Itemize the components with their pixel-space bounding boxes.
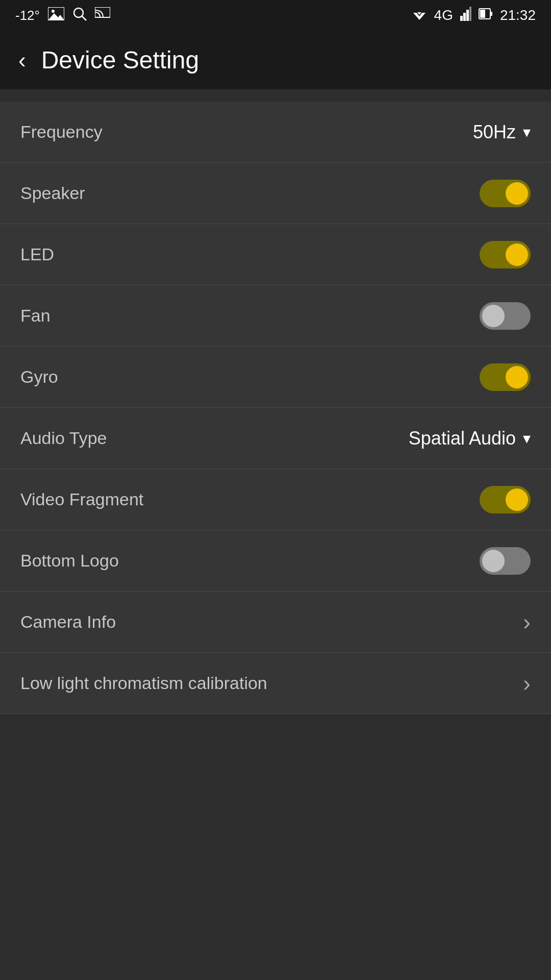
toggle-speaker[interactable] bbox=[480, 180, 531, 207]
toggle-knob-video-fragment bbox=[506, 488, 528, 511]
wifi-icon bbox=[412, 7, 427, 23]
toggle-knob-fan bbox=[482, 305, 505, 327]
toggle-knob-speaker bbox=[506, 182, 528, 205]
svg-rect-10 bbox=[463, 13, 466, 21]
back-button[interactable]: ‹ bbox=[18, 49, 26, 71]
setting-row-fan: Fan bbox=[0, 285, 551, 347]
setting-row-led: LED bbox=[0, 224, 551, 285]
label-gyro: Gyro bbox=[20, 367, 58, 387]
label-low-light: Low light chromatism calibration bbox=[20, 673, 267, 693]
label-video-fragment: Video Fragment bbox=[20, 489, 143, 509]
app-bar: ‹ Device Setting bbox=[0, 31, 551, 89]
chevron-right-icon-low-light: › bbox=[523, 671, 531, 696]
svg-marker-2 bbox=[48, 13, 64, 20]
page-title: Device Setting bbox=[41, 46, 199, 74]
chevron-right-icon-camera-info: › bbox=[523, 609, 531, 635]
svg-line-4 bbox=[82, 16, 86, 20]
setting-row-speaker: Speaker bbox=[0, 163, 551, 224]
status-left: -12° bbox=[15, 7, 110, 24]
setting-row-audio-type: Audio TypeSpatial Audio▾ bbox=[0, 408, 551, 469]
toggle-fan[interactable] bbox=[480, 302, 531, 330]
label-frequency: Frequency bbox=[20, 122, 103, 142]
svg-rect-15 bbox=[480, 10, 485, 18]
dropdown-frequency[interactable]: 50Hz▾ bbox=[473, 121, 531, 143]
svg-point-3 bbox=[74, 8, 83, 17]
chevron-down-icon-audio-type: ▾ bbox=[523, 429, 531, 447]
setting-row-video-fragment: Video Fragment bbox=[0, 469, 551, 530]
toggle-knob-led bbox=[506, 243, 528, 266]
status-bar: -12° bbox=[0, 0, 551, 31]
label-fan: Fan bbox=[20, 306, 51, 326]
toggle-gyro[interactable] bbox=[480, 363, 531, 391]
setting-row-low-light[interactable]: Low light chromatism calibration› bbox=[0, 653, 551, 714]
status-right: 4G 21:32 bbox=[412, 7, 536, 24]
label-bottom-logo: Bottom Logo bbox=[20, 551, 119, 571]
chevron-down-icon-frequency: ▾ bbox=[523, 123, 531, 141]
gallery-icon bbox=[48, 7, 64, 24]
svg-rect-12 bbox=[469, 7, 471, 21]
toggle-led[interactable] bbox=[480, 241, 531, 268]
time-text: 21:32 bbox=[500, 7, 536, 23]
label-camera-info: Camera Info bbox=[20, 612, 116, 632]
svg-point-1 bbox=[52, 10, 55, 13]
label-audio-type: Audio Type bbox=[20, 428, 107, 448]
toggle-knob-gyro bbox=[506, 366, 528, 388]
setting-row-camera-info[interactable]: Camera Info› bbox=[0, 592, 551, 653]
toggle-video-fragment[interactable] bbox=[480, 486, 531, 513]
setting-row-frequency: Frequency50Hz▾ bbox=[0, 102, 551, 163]
svg-rect-14 bbox=[490, 12, 492, 16]
dropdown-audio-type[interactable]: Spatial Audio▾ bbox=[409, 428, 531, 449]
dropdown-value-audio-type: Spatial Audio bbox=[409, 428, 516, 449]
toggle-bottom-logo[interactable] bbox=[480, 547, 531, 575]
setting-row-gyro: Gyro bbox=[0, 347, 551, 408]
settings-content: Frequency50Hz▾SpeakerLEDFanGyroAudio Typ… bbox=[0, 102, 551, 714]
temperature-text: -12° bbox=[15, 8, 40, 23]
dropdown-value-frequency: 50Hz bbox=[473, 121, 516, 143]
svg-rect-9 bbox=[460, 16, 463, 21]
battery-icon bbox=[479, 7, 493, 24]
svg-rect-11 bbox=[466, 10, 469, 21]
label-led: LED bbox=[20, 244, 54, 264]
setting-row-bottom-logo: Bottom Logo bbox=[0, 530, 551, 592]
search-icon bbox=[72, 7, 87, 24]
toggle-knob-bottom-logo bbox=[482, 550, 505, 572]
signal-icon bbox=[460, 7, 471, 24]
network-text: 4G bbox=[434, 7, 453, 23]
cast-icon bbox=[95, 7, 110, 24]
label-speaker: Speaker bbox=[20, 183, 85, 203]
